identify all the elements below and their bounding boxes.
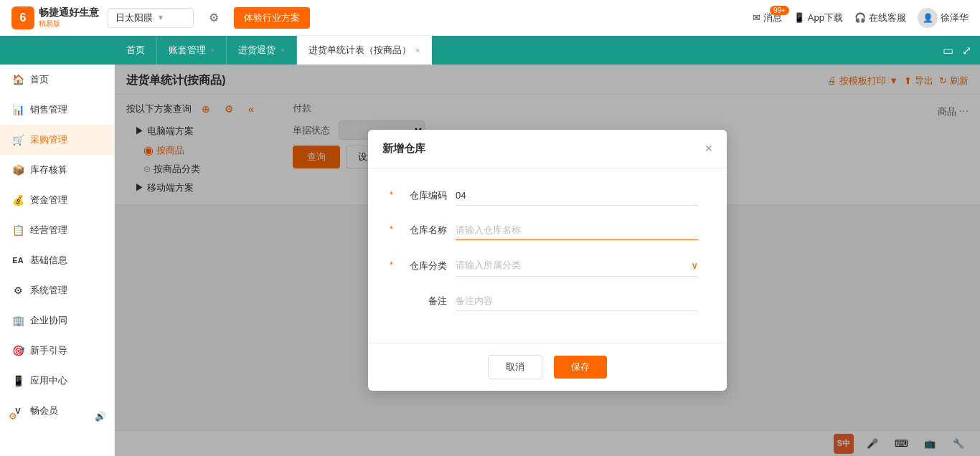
logo-sub: 精易版 xyxy=(39,19,99,29)
message-badge: 99+ xyxy=(770,6,789,15)
tab-account[interactable]: 账套管理 × xyxy=(157,36,227,65)
online-service-button[interactable]: 🎧 在线客服 xyxy=(854,11,906,24)
dialog-title: 新增仓库 xyxy=(382,142,425,156)
dialog-close-button[interactable]: × xyxy=(705,141,712,156)
code-label: 仓库编码 xyxy=(397,189,447,202)
sidebar-item-inventory[interactable]: 📦 库存核算 xyxy=(0,155,114,185)
guide-icon: 🎯 xyxy=(11,344,24,357)
chevron-down-icon: ▼ xyxy=(157,14,164,22)
user-menu[interactable]: 👤 徐泽华 xyxy=(918,8,969,28)
category-label: 仓库分类 xyxy=(397,260,447,272)
sidebar-bottom: ⚙ 🔊 xyxy=(0,405,115,427)
dialog-footer: 取消 保存 xyxy=(368,343,727,391)
enterprise-icon: 🏢 xyxy=(11,314,24,327)
app-download-button[interactable]: 📱 App下载 xyxy=(793,11,843,24)
gear-icon[interactable]: ⚙ xyxy=(202,6,225,29)
sidebar: 🏠 首页 📊 销售管理 🛒 采购管理 📦 库存核算 💰 资金管理 📋 经营管理 … xyxy=(0,65,115,456)
tab-minimize-button[interactable]: ▭ xyxy=(940,41,956,60)
tab-maximize-button[interactable]: ⤢ xyxy=(959,41,974,60)
home-icon: 🏠 xyxy=(11,73,24,86)
logo-name: 畅捷通好生意 xyxy=(39,6,99,19)
sidebar-item-guide[interactable]: 🎯 新手引导 xyxy=(0,336,114,366)
close-icon[interactable]: × xyxy=(210,46,215,54)
dialog-overlay: 新增仓库 × 仓库编码 仓库名称 仓库分类 请输入 xyxy=(115,65,980,456)
code-input[interactable] xyxy=(456,186,698,206)
sidebar-item-apps[interactable]: 📱 应用中心 xyxy=(0,366,114,396)
management-icon: 📋 xyxy=(11,224,24,237)
sidebar-item-purchase[interactable]: 🛒 采购管理 xyxy=(0,125,114,155)
main-layout: 🏠 首页 📊 销售管理 🛒 采购管理 📦 库存核算 💰 资金管理 📋 经营管理 … xyxy=(0,65,980,456)
name-label: 仓库名称 xyxy=(397,224,447,237)
sales-icon: 📊 xyxy=(11,103,24,116)
form-row-category: 仓库分类 请输入所属分类 ∨ xyxy=(397,255,698,277)
logo-icon: 6 xyxy=(11,6,34,29)
tab-purchase-return[interactable]: 进货退货 × xyxy=(227,36,296,65)
topbar: 6 畅捷通好生意 精易版 日太阳膜 ▼ ⚙ 体验行业方案 ✉ 消息 99+ 📱 … xyxy=(0,0,980,36)
content-area: 进货单统计(按商品) 🖨 按模板打印 ▼ ⬆ 导出 ↻ 刷新 xyxy=(115,65,980,456)
tabbar-actions: ▭ ⤢ xyxy=(940,41,980,60)
headset-icon: 🎧 xyxy=(854,12,866,23)
tabbar: 首页 账套管理 × 进货退货 × 进货单统计表（按商品） × ▭ ⤢ xyxy=(0,36,980,65)
sidebar-item-home[interactable]: 🏠 首页 xyxy=(0,65,114,95)
settings-bottom-icon[interactable]: ⚙ xyxy=(9,411,17,422)
name-input[interactable] xyxy=(456,220,698,240)
purchase-icon: 🛒 xyxy=(11,133,24,146)
apps-icon: 📱 xyxy=(11,374,24,387)
close-icon[interactable]: × xyxy=(415,46,420,54)
expand-icon[interactable]: 🔊 xyxy=(95,411,106,422)
dialog-body: 仓库编码 仓库名称 仓库分类 请输入所属分类 ∨ xyxy=(368,168,727,343)
form-row-note: 备注 xyxy=(397,291,698,311)
note-label: 备注 xyxy=(397,295,447,308)
sidebar-item-system[interactable]: ⚙ 系统管理 xyxy=(0,275,114,305)
message-icon: ✉ xyxy=(753,12,760,23)
tab-home[interactable]: 首页 xyxy=(115,36,157,65)
dialog-header: 新增仓库 × xyxy=(368,130,727,168)
message-button[interactable]: ✉ 消息 99+ xyxy=(753,11,782,24)
sidebar-item-basic-info[interactable]: EA 基础信息 xyxy=(0,245,114,275)
cancel-button[interactable]: 取消 xyxy=(488,355,542,379)
close-icon[interactable]: × xyxy=(280,46,284,54)
logo-area: 6 畅捷通好生意 精易版 xyxy=(11,6,99,29)
store-selector[interactable]: 日太阳膜 ▼ xyxy=(108,8,194,28)
basic-info-icon: EA xyxy=(11,254,24,267)
note-input[interactable] xyxy=(456,291,698,311)
finance-icon: 💰 xyxy=(11,194,24,206)
form-row-name: 仓库名称 xyxy=(397,220,698,240)
mobile-icon: 📱 xyxy=(793,12,805,23)
sidebar-item-enterprise[interactable]: 🏢 企业协同 xyxy=(0,305,114,336)
new-warehouse-dialog: 新增仓库 × 仓库编码 仓库名称 仓库分类 请输入 xyxy=(368,130,727,391)
system-icon: ⚙ xyxy=(11,284,24,297)
avatar: 👤 xyxy=(918,8,938,28)
category-select[interactable]: 请输入所属分类 ∨ xyxy=(456,255,698,277)
chevron-down-icon: ∨ xyxy=(691,260,698,271)
topbar-right: ✉ 消息 99+ 📱 App下载 🎧 在线客服 👤 徐泽华 xyxy=(753,8,969,28)
trial-button[interactable]: 体验行业方案 xyxy=(234,7,310,29)
inventory-icon: 📦 xyxy=(11,163,24,176)
save-button[interactable]: 保存 xyxy=(554,356,607,379)
tab-purchase-stats[interactable]: 进货单统计表（按商品） × xyxy=(297,36,432,65)
sidebar-item-sales[interactable]: 📊 销售管理 xyxy=(0,95,114,125)
form-row-code: 仓库编码 xyxy=(397,186,698,206)
sidebar-item-finance[interactable]: 💰 资金管理 xyxy=(0,185,114,215)
sidebar-item-management[interactable]: 📋 经营管理 xyxy=(0,215,114,245)
